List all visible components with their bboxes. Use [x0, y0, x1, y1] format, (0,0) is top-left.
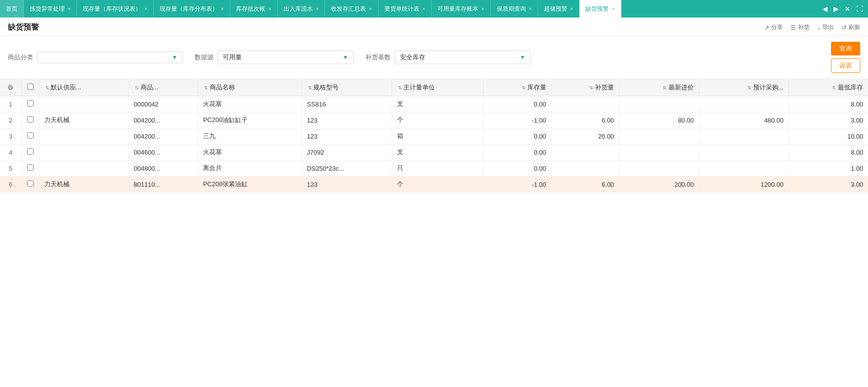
export-button[interactable]: ↓ 导出 — [817, 23, 834, 32]
replenish-button[interactable]: ☰ 补货 — [791, 23, 810, 32]
row-checkbox-1[interactable] — [27, 116, 34, 123]
row-check-3[interactable] — [21, 144, 39, 160]
tab-close-available-ledger[interactable]: × — [481, 6, 484, 12]
table-header-row: ⚙ ⇅ 默认供应... ⇅ 商品... ⇅ 商品名称 — [0, 79, 868, 96]
tab-prev-btn[interactable]: ◀ — [819, 3, 831, 15]
tab-receipt-summary[interactable]: 收发存汇总表× — [325, 0, 378, 18]
cell-stock-3: 0.00 — [484, 144, 551, 160]
filter-row: 商品分类 ▼ 数据源 可用量 ▼ 补货基数 安全库存 ▼ 查询 设置 — [0, 36, 868, 73]
tab-fullscreen-btn[interactable]: ⛶ — [853, 3, 866, 15]
tab-available-ledger[interactable]: 可用量库存账本× — [432, 0, 490, 18]
query-button[interactable]: 查询 — [831, 42, 860, 55]
cell-min_stock-3: 8.00 — [789, 144, 868, 160]
tab-home[interactable]: 首页 — [0, 0, 24, 18]
main-content: 缺货预警 ↗ 分享 ☰ 补货 ↓ 导出 ↺ 刷新 商品分类 — [0, 18, 868, 387]
table-wrapper: ⚙ ⇅ 默认供应... ⇅ 商品... ⇅ 商品名称 — [0, 79, 868, 193]
tab-shortage[interactable]: 缺货预警× — [579, 0, 621, 18]
cell-latest_price-5: 200.00 — [619, 176, 699, 193]
select-all-checkbox[interactable] — [27, 84, 34, 90]
cell-min_stock-4: 1.00 — [789, 160, 868, 176]
row-checkbox-3[interactable] — [27, 148, 34, 155]
category-select[interactable]: ▼ — [37, 52, 183, 63]
table-row: 5004800...离合片DS250*23c...只0.001.00 — [0, 160, 868, 176]
tab-close-receipt-summary[interactable]: × — [369, 6, 372, 12]
tab-close-expiry-query[interactable]: × — [529, 6, 532, 12]
row-check-2[interactable] — [21, 128, 39, 144]
row-checkbox-4[interactable] — [27, 164, 34, 171]
tab-label-available-ledger: 可用量库存账本 — [437, 5, 478, 13]
tab-inventory-status[interactable]: 现存量（库存状况表）× — [77, 0, 153, 18]
cell-default_supplier-2 — [39, 128, 128, 144]
table-row: 4004600...火花塞J7092支0.008.00 — [0, 144, 868, 160]
tab-label-shortage: 缺货预警 — [585, 5, 609, 13]
cell-default_supplier-4 — [39, 160, 128, 176]
export-label: 导出 — [822, 23, 834, 32]
tab-close-demand-stat[interactable]: × — [422, 6, 425, 12]
col-product-name: ⇅ 商品名称 — [198, 79, 302, 96]
replenish-icon: ☰ — [791, 24, 796, 31]
sort-icon-2: ⇅ — [135, 85, 139, 90]
col-latest-price: ⇅ 最新进价 — [619, 79, 699, 96]
col-min-stock: ⇅ 最低库存 — [789, 79, 868, 96]
tab-expiry-query[interactable]: 保质期查询× — [491, 0, 538, 18]
row-check-0[interactable] — [21, 96, 39, 112]
col-check[interactable] — [21, 79, 39, 96]
row-num-0: 1 — [0, 96, 21, 112]
cell-unit-0: 支 — [392, 96, 484, 112]
cell-product_code-4: 004800... — [128, 160, 198, 176]
row-num-1: 2 — [0, 112, 21, 128]
replenish-base-select[interactable]: 安全库存 ▼ — [395, 51, 531, 64]
refresh-label: 刷新 — [849, 23, 860, 32]
cell-min_stock-0: 8.00 — [789, 96, 868, 112]
share-label: 分享 — [771, 23, 783, 32]
tab-batch-account[interactable]: 库存批次账× — [230, 0, 277, 18]
tab-demand-stat[interactable]: 要货单统计表× — [379, 0, 432, 18]
page-title: 缺货预警 — [8, 22, 39, 33]
row-checkbox-0[interactable] — [27, 100, 34, 106]
cell-spec-4: DS250*23c... — [302, 160, 392, 176]
row-checkbox-2[interactable] — [27, 132, 34, 139]
tab-close-inout-flow[interactable]: × — [316, 6, 319, 12]
datasource-filter-group: 数据源 可用量 ▼ — [195, 51, 354, 64]
tab-close-all-btn[interactable]: ✕ — [842, 3, 853, 15]
cell-stock-5: -1.00 — [484, 176, 551, 193]
row-check-1[interactable] — [21, 112, 39, 128]
tab-label-inventory-dist: 现存量（库存分布表） — [160, 5, 218, 13]
tab-next-btn[interactable]: ▶ — [831, 3, 842, 15]
tab-inout-flow[interactable]: 出入库流水× — [278, 0, 325, 18]
tab-label-batch-account: 库存批次账 — [236, 5, 265, 13]
tab-inventory-dist[interactable]: 现存量（库存分布表）× — [154, 0, 230, 18]
datasource-dropdown-icon: ▼ — [343, 54, 348, 61]
cell-default_supplier-0 — [39, 96, 128, 112]
row-check-4[interactable] — [21, 160, 39, 176]
tab-close-inventory-dist[interactable]: × — [221, 6, 224, 12]
refresh-icon: ↺ — [842, 24, 847, 31]
col-spec: ⇅ 规格型号 — [302, 79, 392, 96]
datasource-filter-label: 数据源 — [195, 53, 214, 62]
tab-close-batch-account[interactable]: × — [268, 6, 271, 12]
share-button[interactable]: ↗ 分享 — [764, 23, 783, 32]
row-check-5[interactable] — [21, 176, 39, 193]
cell-latest_price-0 — [619, 96, 699, 112]
cell-product_name-3: 火花塞 — [198, 144, 302, 160]
column-settings-icon[interactable]: ⚙ — [7, 84, 14, 91]
tab-navigation: ◀ ▶ ✕ ⛶ — [817, 3, 868, 15]
col-unit: ⇅ 主计量单位 — [392, 79, 484, 96]
cell-product_code-0: 0000042 — [128, 96, 198, 112]
refresh-button[interactable]: ↺ 刷新 — [842, 23, 860, 32]
tab-abnormal[interactable]: 拣货异常处理× — [24, 0, 77, 18]
tab-close-overstock[interactable]: × — [570, 6, 573, 12]
cell-min_stock-1: 3.00 — [789, 112, 868, 128]
tab-close-abnormal[interactable]: × — [68, 6, 71, 12]
col-settings[interactable]: ⚙ — [0, 79, 21, 96]
cell-product_code-2: 004200... — [128, 128, 198, 144]
datasource-select[interactable]: 可用量 ▼ — [217, 51, 354, 64]
tab-overstock[interactable]: 超储预警× — [538, 0, 579, 18]
header-actions: ↗ 分享 ☰ 补货 ↓ 导出 ↺ 刷新 — [764, 23, 860, 32]
cell-latest_price-4 — [619, 160, 699, 176]
settings-button[interactable]: 设置 — [831, 58, 860, 73]
tab-close-inventory-status[interactable]: × — [144, 6, 147, 12]
row-checkbox-5[interactable] — [27, 180, 34, 187]
tab-close-shortage[interactable]: × — [612, 6, 615, 12]
cell-est_purchase-0 — [699, 96, 788, 112]
